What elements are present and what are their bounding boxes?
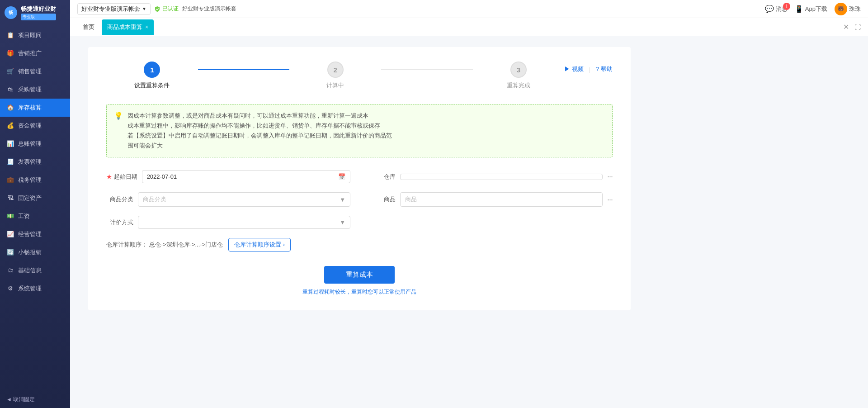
- sidebar-item-finance[interactable]: 💰 资金管理: [0, 117, 70, 135]
- topbar-right: 💬 消息 1 📱 App下载 🐻 珠珠: [765, 3, 861, 15]
- goods-more-button[interactable]: ···: [607, 195, 613, 204]
- purchase-icon: 🛍: [6, 85, 14, 94]
- form-row-start-date: ★ 起始日期 2022-07-01 📅: [106, 170, 350, 183]
- info-box-content: 因成本计算参数调整，或是对商品成本有疑问时，可以通过成本重算功能，重新计算一遍成…: [127, 111, 392, 151]
- expand-button[interactable]: ⛶: [854, 24, 861, 31]
- price-method-label: 计价方式: [106, 218, 133, 227]
- goods-placeholder: 商品: [405, 195, 598, 204]
- sidebar-item-marketing[interactable]: 🎁 营销推广: [0, 44, 70, 62]
- steps: 1 设置重算条件 2 计算中 3 重算完成 ▶ 视频 | ? 帮助: [106, 62, 613, 90]
- help-button[interactable]: ? 帮助: [596, 65, 613, 73]
- tab-home-label: 首页: [83, 24, 94, 30]
- warehouse-label: 仓库: [368, 173, 396, 181]
- tab-close-button[interactable]: ×: [145, 24, 148, 30]
- sidebar-header: 畅 畅捷通好业财 专业版: [0, 0, 70, 26]
- sidebar-item-project[interactable]: 📋 项目顾问: [0, 26, 70, 44]
- sidebar-item-label: 发票管理: [18, 158, 42, 166]
- recalc-button[interactable]: 重算成本: [324, 266, 395, 284]
- sidebar-item-salary[interactable]: 💵 工资: [0, 207, 70, 225]
- sidebar-item-label: 销售管理: [18, 67, 42, 76]
- app-download-label: App下载: [805, 5, 827, 13]
- basic-icon: 🗂: [6, 266, 14, 275]
- account-selector[interactable]: 好业财专业版演示帐套 ▼: [77, 3, 151, 15]
- chevron-down-icon: ▼: [142, 6, 146, 11]
- chevron-down-icon: ▼: [340, 196, 345, 203]
- sidebar-item-sales[interactable]: 🛒 销售管理: [0, 62, 70, 81]
- content-card: 1 设置重算条件 2 计算中 3 重算完成 ▶ 视频 | ? 帮助: [88, 47, 631, 310]
- step1-circle: 1: [144, 62, 160, 78]
- warehouse-more-button[interactable]: ···: [607, 172, 613, 181]
- sidebar-footer-pin[interactable]: ◄ 取消固定: [0, 391, 70, 408]
- tab-recalc[interactable]: 商品成本重算 ×: [102, 19, 154, 35]
- sidebar-item-accounting[interactable]: 📊 总账管理: [0, 135, 70, 153]
- warehouse-order-value: 总仓->深圳仓库->...->门店仓: [149, 241, 223, 248]
- marketing-icon: 🎁: [6, 49, 14, 57]
- category-placeholder: 商品分类: [143, 195, 337, 204]
- topbar: 好业财专业版演示帐套 ▼ 已认证 好业财专业版演示帐套 💬 消息 1 📱 App…: [70, 0, 868, 18]
- tabs-actions: ✕ ⛶: [843, 23, 861, 31]
- message-button[interactable]: 💬 消息 1: [765, 5, 788, 13]
- user-name: 珠珠: [849, 5, 861, 13]
- form-row-goods: 商品 商品 ···: [368, 192, 613, 207]
- verified-badge: 已认证: [154, 5, 179, 13]
- warehouse-input[interactable]: [400, 174, 603, 180]
- user-avatar-button[interactable]: 🐻 珠珠: [835, 3, 861, 15]
- step2-label: 计算中: [326, 81, 344, 90]
- app-download-button[interactable]: 📱 App下载: [795, 5, 827, 13]
- salary-icon: 💵: [6, 212, 14, 220]
- assets-icon: 🏗: [6, 194, 14, 202]
- message-icon: 💬: [765, 5, 774, 13]
- sidebar-item-tax[interactable]: 💼 税务管理: [0, 171, 70, 189]
- warehouse-order-label: 仓库计算顺序： 总仓->深圳仓库->...->门店仓: [106, 241, 223, 249]
- topbar-left: 好业财专业版演示帐套 ▼ 已认证 好业财专业版演示帐套: [77, 3, 760, 15]
- step3-label: 重算完成: [507, 81, 530, 90]
- sidebar-item-inventory[interactable]: 🏠 库存核算: [0, 99, 70, 117]
- sidebar-item-expense[interactable]: 🔄 小畅报销: [0, 243, 70, 261]
- sidebar-item-basic[interactable]: 🗂 基础信息: [0, 261, 70, 280]
- start-date-value: 2022-07-01: [147, 173, 335, 180]
- step-3: 3 重算完成: [473, 62, 565, 90]
- avatar: 🐻: [835, 3, 847, 15]
- price-method-select[interactable]: ▼: [138, 216, 350, 229]
- sidebar-item-label: 库存核算: [18, 104, 42, 112]
- warehouse-order-settings-button[interactable]: 仓库计算顺序设置 ›: [228, 238, 291, 251]
- expense-icon: 🔄: [6, 248, 14, 256]
- sidebar-item-label: 税务管理: [18, 176, 42, 184]
- tab-home[interactable]: 首页: [77, 19, 100, 35]
- phone-icon: 📱: [795, 5, 803, 13]
- avatar-icon: 🐻: [838, 6, 844, 12]
- unpin-label: ◄ 取消固定: [6, 396, 35, 403]
- required-star: ★: [106, 173, 112, 180]
- submit-area: 重算成本 重算过程耗时较长，重算时您可以正常使用产品: [106, 266, 613, 296]
- warehouse-order-row: 仓库计算顺序： 总仓->深圳仓库->...->门店仓 仓库计算顺序设置 ›: [106, 238, 613, 251]
- sidebar-item-label: 系统管理: [18, 285, 42, 293]
- operations-icon: 📈: [6, 230, 14, 238]
- category-select[interactable]: 商品分类 ▼: [138, 192, 350, 207]
- form-row-warehouse: 仓库 ···: [368, 170, 613, 183]
- sidebar-item-assets[interactable]: 🏗 固定资产: [0, 189, 70, 207]
- sidebar-nav: 📋 项目顾问 🎁 营销推广 🛒 销售管理 🛍 采购管理 🏠 库存核算 💰 资金管…: [0, 26, 70, 391]
- sidebar-item-label: 工资: [18, 212, 30, 220]
- info-line-3: 若【系统设置】中启用了自动调整记账日期时，会调整入库单的整单记账日期，因此重新计…: [127, 131, 392, 141]
- steps-help: ▶ 视频 | ? 帮助: [564, 65, 613, 73]
- sidebar-item-purchase[interactable]: 🛍 采购管理: [0, 81, 70, 99]
- step-line-2: [381, 69, 473, 70]
- form-row-category: 商品分类 商品分类 ▼: [106, 192, 350, 207]
- tabs-bar: 首页 商品成本重算 × ✕ ⛶: [70, 18, 868, 36]
- sales-icon: 🛒: [6, 67, 14, 76]
- content-area: 1 设置重算条件 2 计算中 3 重算完成 ▶ 视频 | ? 帮助: [70, 36, 868, 408]
- main-area: 好业财专业版演示帐套 ▼ 已认证 好业财专业版演示帐套 💬 消息 1 📱 App…: [70, 0, 868, 408]
- sidebar-item-operations[interactable]: 📈 经营管理: [0, 225, 70, 243]
- invoice-icon: 🧾: [6, 158, 14, 166]
- inventory-icon: 🏠: [6, 104, 14, 112]
- accounting-icon: 📊: [6, 140, 14, 148]
- close-window-button[interactable]: ✕: [843, 23, 849, 31]
- sidebar-item-system[interactable]: ⚙ 系统管理: [0, 280, 70, 298]
- start-date-input[interactable]: 2022-07-01 📅: [142, 170, 350, 183]
- notification-badge: 1: [783, 3, 790, 10]
- goods-input[interactable]: 商品: [400, 192, 603, 207]
- video-button[interactable]: ▶ 视频: [564, 65, 584, 73]
- category-label: 商品分类: [106, 195, 133, 204]
- sidebar-item-label: 采购管理: [18, 85, 42, 94]
- sidebar-item-invoice[interactable]: 🧾 发票管理: [0, 153, 70, 171]
